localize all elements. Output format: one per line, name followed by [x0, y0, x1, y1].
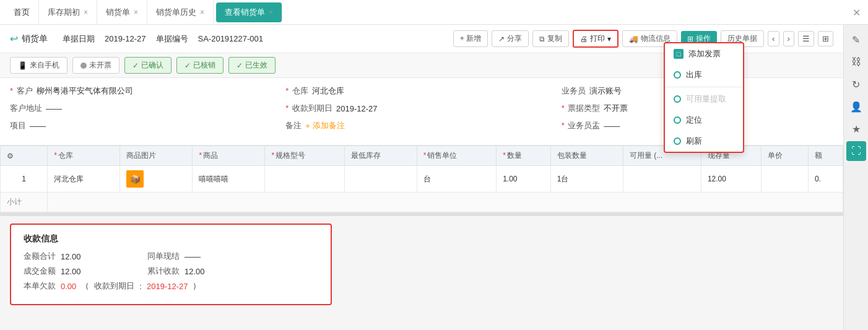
from-mobile-label: 来自手机: [30, 60, 59, 71]
tab-history-label: 销货单历史: [156, 7, 196, 18]
sidebar-star-icon[interactable]: ★: [846, 119, 866, 139]
subtotal-content: [48, 193, 843, 212]
sales-table: ⚙ *仓库 商品图片 *商品 *规格型号 最低库存 *销售单位 *数量 包装数量…: [0, 145, 843, 212]
warehouse-value: 河北仓库: [312, 85, 344, 97]
refresh-item[interactable]: 刷新: [665, 131, 743, 152]
project-field: 项目 ——: [10, 120, 282, 131]
tab-inventory-init[interactable]: 库存期初 ×: [39, 0, 97, 25]
add-note-label: 添加备注: [313, 120, 345, 131]
customer-field: * 客户 柳州粤港平安气体有限公司: [10, 85, 282, 97]
sidebar-refresh-icon[interactable]: ↻: [846, 74, 866, 94]
mobile-icon: 📱: [18, 61, 27, 70]
address-field: 客户地址 ——: [10, 103, 282, 114]
tab-bar: 首页 库存期初 × 销货单 × 销货单历史 × 查看销货单 × ✕: [0, 0, 868, 25]
row-warehouse: 河北仓库: [48, 166, 120, 193]
row-pack-qty: 1台: [550, 166, 623, 193]
col-pack-qty: 包装数量: [550, 146, 623, 166]
sidebar-link-icon[interactable]: ⛓: [846, 52, 866, 72]
tab-inventory-close[interactable]: ×: [84, 8, 88, 17]
col-spec: *规格型号: [265, 146, 344, 166]
confirm-button[interactable]: ✓ 已确认: [124, 57, 171, 74]
table-scrollbar[interactable]: [0, 212, 843, 216]
ticket-type-label: * 票据类型: [562, 103, 601, 114]
tab-inventory-label: 库存期初: [48, 7, 80, 18]
row-available: [623, 166, 701, 193]
doc-date-value: 2019-12-27: [105, 34, 146, 43]
payment-row-3: 本单欠款 0.00 （ 收款到期日 : 2019-12-27 ）: [24, 280, 318, 292]
total-amount-label: 金额合计: [24, 251, 56, 262]
product-img-icon: 📦: [130, 174, 141, 184]
col-warehouse: *仓库: [48, 146, 120, 166]
add-note-button[interactable]: + 添加备注: [305, 120, 345, 131]
transaction-value: 12.00: [61, 267, 81, 276]
not-open-label: 未开票: [89, 60, 111, 71]
print-dropdown-icon: ▾: [607, 35, 611, 43]
tab-sales-history[interactable]: 销货单历史 ×: [147, 0, 214, 25]
warehouse-out-item[interactable]: 出库: [665, 64, 743, 85]
from-mobile-button[interactable]: 📱 来自手机: [10, 57, 67, 74]
due-date-close: ）: [193, 280, 201, 292]
effective-button[interactable]: ✓ 已生效: [228, 57, 276, 74]
window-close-button[interactable]: ✕: [853, 6, 861, 18]
reviewed-button[interactable]: ✓ 已核销: [176, 57, 224, 74]
grid-view-button[interactable]: ⊞: [818, 31, 833, 46]
row-unit-price: [761, 166, 808, 193]
note-field: 备注 + 添加备注: [285, 120, 557, 131]
employee-value: 演示账号: [589, 85, 622, 97]
print-label: 打印: [590, 33, 605, 44]
tab-view-sales[interactable]: 查看销货单 ×: [216, 2, 282, 22]
address-label: 客户地址: [10, 103, 42, 114]
not-open-button[interactable]: 未开票: [72, 57, 119, 74]
new-button[interactable]: + 新增: [453, 30, 488, 47]
add-invoice-item[interactable]: □ 添加发票: [665, 43, 743, 64]
doc-number-value: SA-20191227-001: [198, 34, 264, 43]
prev-button[interactable]: ‹: [768, 31, 779, 46]
col-min-stock: 最低库存: [344, 146, 417, 166]
print-icon: 🖨: [580, 35, 588, 43]
project-label: 项目: [10, 120, 26, 131]
same-order-item: 同单现结 ——: [147, 251, 259, 262]
quantity-extract-item[interactable]: 可用量提取: [665, 89, 743, 110]
doc-actions: + 新增 ↗ 分享 ⧉ 复制 🖨 打印 ▾ 🚚 物流信息 ⊞ 操作: [453, 30, 833, 48]
effective-label: 已生效: [245, 60, 267, 71]
not-open-icon: [80, 63, 87, 69]
tab-home[interactable]: 首页: [5, 0, 39, 25]
row-sales-unit: 台: [417, 166, 496, 193]
refresh-icon: [674, 137, 681, 145]
copy-icon: ⧉: [539, 35, 545, 43]
current-owe-value: 0.00: [61, 282, 76, 291]
payment-row-2: 成交金额 12.00 累计收款 12.00: [24, 266, 318, 277]
copy-button[interactable]: ⧉ 复制: [532, 30, 569, 47]
tab-view-label: 查看销货单: [225, 7, 265, 18]
locate-item[interactable]: 定位: [665, 110, 743, 131]
add-invoice-label: 添加发票: [688, 48, 721, 59]
cumulative-receipt-label: 累计收款: [147, 266, 180, 277]
col-product: *商品: [193, 146, 265, 166]
sidebar-user-icon[interactable]: 👤: [846, 97, 866, 116]
row-min-stock: [344, 166, 417, 193]
tab-view-close[interactable]: ×: [269, 8, 273, 17]
logistics-icon: 🚚: [629, 35, 638, 43]
doc-icon: ↩: [10, 33, 18, 45]
tab-sales-label: 销货单: [106, 7, 130, 18]
col-gear[interactable]: ⚙: [1, 146, 48, 166]
print-button[interactable]: 🖨 打印 ▾: [573, 30, 618, 48]
tab-sales-close[interactable]: ×: [134, 8, 138, 17]
confirm-icon: ✓: [132, 61, 139, 70]
dropdown-divider: [665, 87, 743, 87]
sidebar-expand-icon[interactable]: ⛶: [846, 141, 866, 161]
tab-history-close[interactable]: ×: [200, 8, 204, 17]
next-button[interactable]: ›: [783, 31, 794, 46]
note-label: 备注: [285, 120, 302, 131]
reviewed-icon: ✓: [184, 61, 191, 70]
project-value: ——: [30, 121, 46, 131]
share-button[interactable]: ↗ 分享: [492, 30, 529, 47]
tab-sales-order[interactable]: 销货单 ×: [97, 0, 147, 25]
subtotal-row: 小计: [1, 193, 843, 212]
row-spec: [265, 166, 344, 193]
employee-label: 业务员: [562, 85, 586, 97]
sidebar-edit-icon[interactable]: ✎: [846, 30, 866, 50]
list-view-button[interactable]: ☰: [798, 31, 814, 46]
share-label: 分享: [507, 33, 522, 44]
col-quantity: *数量: [497, 146, 551, 166]
